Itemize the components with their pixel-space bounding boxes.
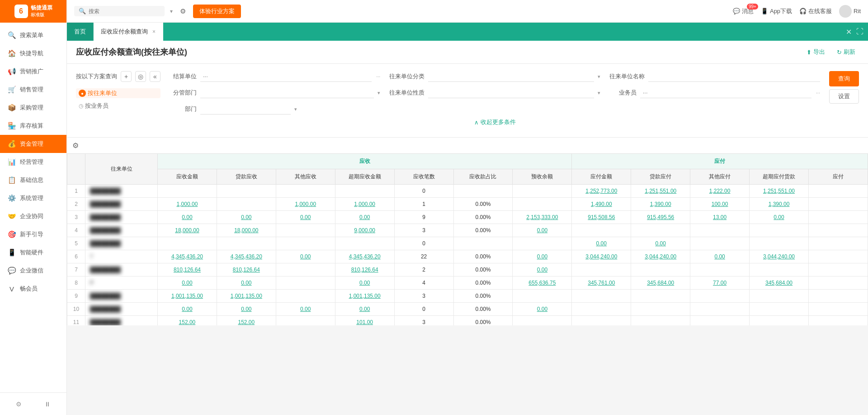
table-cell[interactable]: 0.00 (690, 250, 750, 263)
filter-collapse-btn[interactable]: « (150, 71, 160, 82)
table-cell[interactable]: 18,000.00 (217, 224, 276, 237)
table-cell[interactable]: 1,000.00 (158, 198, 217, 211)
salesperson-input[interactable] (640, 87, 811, 98)
sidebar-item-sales[interactable]: 🛒销售管理 (0, 81, 66, 99)
partner-type-input[interactable] (428, 87, 594, 98)
table-cell[interactable]: 152.00 (217, 316, 276, 326)
table-cell[interactable]: 345,684.00 (750, 277, 809, 290)
table-cell[interactable]: 4,345,436.20 (158, 250, 217, 263)
sidebar-item-collab[interactable]: 🤝企业协同 (0, 207, 66, 225)
table-cell[interactable]: 0.00 (335, 211, 394, 224)
sidebar-item-system[interactable]: ⚙️系统管理 (0, 189, 66, 207)
table-cell[interactable]: 1,001,135.00 (158, 290, 217, 303)
sidebar-item-search[interactable]: 🔍搜索菜单 (0, 26, 66, 44)
table-cell[interactable]: 101.00 (335, 316, 394, 326)
table-cell[interactable]: 0.00 (158, 211, 217, 224)
table-cell[interactable]: 0.00 (572, 237, 631, 250)
partner-cat-input[interactable] (428, 71, 594, 82)
table-cell[interactable]: 77.00 (690, 277, 750, 290)
settlement-input[interactable] (200, 71, 372, 82)
table-cell[interactable]: 3,044,240.00 (750, 250, 809, 263)
sidebar-settings-btn[interactable]: ⚙ (14, 398, 24, 410)
table-cell[interactable]: 810,126.64 (217, 263, 276, 277)
header-search-chevron[interactable]: ▾ (170, 8, 173, 14)
table-cell[interactable]: 0.00 (335, 303, 394, 316)
sidebar-item-operations[interactable]: 📊经营管理 (0, 153, 66, 171)
table-cell[interactable]: 0.00 (276, 211, 335, 224)
table-cell[interactable]: 0.00 (158, 277, 217, 290)
user-menu-button[interactable]: Rit (839, 5, 861, 18)
sidebar-item-inventory[interactable]: 🏪库存核算 (0, 117, 66, 135)
table-cell[interactable]: 810,126.64 (158, 263, 217, 277)
sidebar-item-wechat[interactable]: 💬企业微信 (0, 262, 66, 280)
table-cell[interactable]: 1,251,551.00 (631, 185, 690, 198)
table-cell[interactable]: 0.00 (217, 277, 276, 290)
table-cell[interactable]: 1,390.00 (750, 198, 809, 211)
table-cell[interactable]: 9,000.00 (335, 224, 394, 237)
table-cell[interactable]: 1,252,773.00 (572, 185, 631, 198)
tab-home[interactable]: 首页 (67, 23, 94, 41)
table-cell[interactable]: 100.00 (690, 198, 750, 211)
filter-more-toggle[interactable]: ∧ 收起更多条件 (170, 114, 820, 130)
export-button[interactable]: ⬆ 导出 (803, 46, 829, 58)
filter-scheme-by-staff[interactable]: ◷ 按业务员 (76, 101, 160, 111)
query-button[interactable]: 查询 (829, 71, 859, 86)
table-cell[interactable]: 13.00 (690, 211, 750, 224)
filter-add-btn[interactable]: + (121, 71, 132, 82)
table-cell[interactable]: 0.00 (158, 303, 217, 316)
filter-scheme-by-partner[interactable]: ● 按往来单位 (76, 88, 160, 98)
sidebar-collapse-btn[interactable]: ⏸ (42, 398, 53, 410)
tab-close-window-icon[interactable]: ✕ (846, 28, 852, 36)
solution-button[interactable]: 体验行业方案 (193, 5, 241, 18)
table-cell[interactable]: 0.00 (631, 237, 690, 250)
row-ar-prepay[interactable]: 2,153,333.00 (513, 211, 572, 224)
table-cell[interactable]: 345,761.00 (572, 277, 631, 290)
row-ar-prepay[interactable]: 0.00 (513, 224, 572, 237)
department-input[interactable] (200, 104, 291, 114)
message-button[interactable]: 💬 消息 99+ (733, 7, 754, 15)
table-cell[interactable]: 915,495.56 (631, 211, 690, 224)
search-input[interactable] (89, 8, 152, 14)
tab-arquery[interactable]: 应收应付余额查询 × (94, 23, 163, 41)
sidebar-item-hardware[interactable]: 📱智能硬件 (0, 243, 66, 262)
table-cell[interactable]: 1,001,135.00 (217, 290, 276, 303)
filter-circle-btn[interactable]: ◎ (135, 71, 146, 82)
sidebar-item-marketing[interactable]: 📢营销推广 (0, 62, 66, 81)
table-wrapper[interactable]: 往来单位 应收 应付 应收金额 贷款应收 其他应收 超期应收金额 应收笔数 应收… (67, 153, 868, 325)
sidebar-item-quicknav[interactable]: 🏠快捷导航 (0, 44, 66, 62)
sidebar-item-finance[interactable]: 💰资金管理 (0, 135, 66, 153)
table-cell[interactable]: 915,508.56 (572, 211, 631, 224)
row-ar-prepay[interactable]: 0.00 (513, 263, 572, 277)
app-download-button[interactable]: 📱 App下载 (761, 7, 792, 15)
table-cell[interactable]: 345,684.00 (631, 277, 690, 290)
online-service-button[interactable]: 🎧 在线客服 (799, 7, 832, 15)
table-cell[interactable]: 0.00 (335, 277, 394, 290)
table-cell[interactable]: 0.00 (217, 211, 276, 224)
table-cell[interactable]: 4,345,436.20 (335, 250, 394, 263)
table-cell[interactable]: 0.00 (276, 250, 335, 263)
table-settings-icon[interactable]: ⚙ (72, 141, 79, 150)
header-gear-icon[interactable]: ⚙ (178, 5, 188, 17)
table-cell[interactable]: 0.00 (276, 303, 335, 316)
sidebar-item-purchase[interactable]: 📦采购管理 (0, 99, 66, 117)
table-cell[interactable]: 810,126.64 (335, 263, 394, 277)
table-cell[interactable]: 0.00 (750, 211, 809, 224)
table-cell[interactable]: 1,000.00 (276, 198, 335, 211)
row-ar-prepay[interactable]: 0.00 (513, 303, 572, 316)
table-cell[interactable]: 3,044,240.00 (631, 250, 690, 263)
sidebar-item-guide[interactable]: 🎯新手引导 (0, 225, 66, 243)
table-cell[interactable]: 1,251,551.00 (750, 185, 809, 198)
header-search-box[interactable]: 🔍 (74, 6, 165, 16)
sidebar-item-basic[interactable]: 📋基础信息 (0, 171, 66, 189)
table-cell[interactable]: 1,000.00 (335, 198, 394, 211)
table-cell[interactable]: 3,044,240.00 (572, 250, 631, 263)
dept-input[interactable] (200, 87, 374, 98)
table-cell[interactable]: 1,222.00 (690, 185, 750, 198)
table-cell[interactable]: 152.00 (158, 316, 217, 326)
partner-name-input[interactable] (648, 71, 820, 82)
table-cell[interactable]: 1,390.00 (631, 198, 690, 211)
table-cell[interactable]: 1,001,135.00 (335, 290, 394, 303)
row-ar-prepay[interactable]: 0.00 (513, 250, 572, 263)
sidebar-item-member[interactable]: V畅会员 (0, 280, 66, 298)
tab-close-icon[interactable]: × (152, 29, 156, 35)
